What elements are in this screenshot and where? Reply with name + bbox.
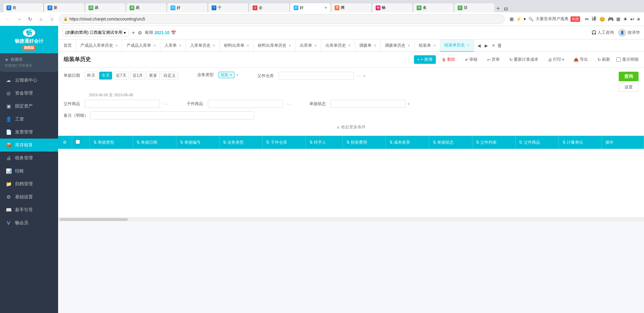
- tab-close-delivery-history[interactable]: ✕: [348, 44, 351, 47]
- back-button[interactable]: ←: [4, 15, 12, 23]
- horizontal-scrollbar[interactable]: [58, 217, 644, 222]
- grid-icon[interactable]: ⊞: [510, 16, 514, 22]
- add-company-button[interactable]: +: [132, 30, 135, 36]
- child-goods-input[interactable]: [208, 100, 283, 108]
- user-info[interactable]: 👤 徐泽华: [618, 29, 640, 37]
- tab-receipt[interactable]: 入库单 ✕: [160, 40, 186, 52]
- table-col-bill-type[interactable]: ⇅ 单据类型: [90, 136, 133, 149]
- refresh-button[interactable]: ↻ 刷新: [594, 55, 614, 64]
- browser-tab-4[interactable]: 好 好: [167, 3, 208, 12]
- browser-tab-8[interactable]: 腾 腾: [331, 3, 372, 12]
- parent-goods-input[interactable]: [85, 100, 160, 108]
- audit-button[interactable]: ✔ 审核: [461, 55, 481, 64]
- tab-material-out-history[interactable]: 材料出库单历史 ✕: [254, 40, 296, 52]
- tab-home[interactable]: 首页: [59, 40, 76, 52]
- undo-icon[interactable]: ↩: [630, 16, 634, 22]
- browser-tab-1[interactable]: 新 新: [44, 3, 85, 12]
- new-tab-button[interactable]: +: [496, 5, 500, 12]
- tab-close-delivery[interactable]: ✕: [314, 44, 317, 47]
- tab-close-assembly-history[interactable]: ✕: [467, 43, 470, 47]
- browser-search[interactable]: 🔍 大量安卓用户逃离 热搜: [528, 16, 580, 22]
- tab-close-all-button[interactable]: ✕: [491, 43, 496, 48]
- scissors-icon[interactable]: ✂: [585, 16, 589, 22]
- tab-close-finished-goods-in-history[interactable]: ✕: [115, 44, 118, 47]
- note-input[interactable]: [90, 111, 254, 119]
- browser-tab-2[interactable]: 易 易: [85, 3, 126, 12]
- set-button[interactable]: 设置: [619, 83, 639, 92]
- scroll-thumb[interactable]: [59, 218, 128, 221]
- parent-goods-more-icon[interactable]: ···: [163, 101, 167, 106]
- tab-assembly[interactable]: 组装单 ✕: [415, 40, 440, 52]
- table-gear-icon[interactable]: ⚙: [63, 140, 67, 145]
- yesterday-btn[interactable]: 昨天: [85, 72, 98, 80]
- tab-close-assembly[interactable]: ✕: [433, 44, 436, 47]
- tab-close-finished-goods-in[interactable]: ✕: [153, 44, 156, 47]
- select-all-checkbox[interactable]: [76, 140, 80, 144]
- sidebar-item-invoice[interactable]: 📄 发票管理: [0, 126, 58, 139]
- tab-delivery[interactable]: 出库单 ✕: [296, 40, 321, 52]
- home-button[interactable]: ⌂: [37, 15, 45, 23]
- lightning-icon[interactable]: ⚡: [516, 16, 522, 22]
- company-settings-icon[interactable]: ⚙: [138, 30, 142, 35]
- company-selector[interactable]: (勿删勿禁用) 江西服宝测试专用 ▾: [62, 29, 129, 37]
- service-label[interactable]: 🎧 人工咨询: [591, 30, 614, 35]
- parent-warehouse-dropdown-icon[interactable]: ▾: [363, 74, 365, 78]
- custom-date-btn[interactable]: 自定义: [161, 72, 178, 80]
- sidebar-favorites[interactable]: ★ 收藏夹 快捷键打开收藏夹: [0, 53, 58, 71]
- brightness-icon[interactable]: ☀: [623, 16, 628, 22]
- collapse-button[interactable]: ∧ 收起更多条件: [64, 123, 639, 131]
- table-col-business-type[interactable]: ⇅ 业务类型: [219, 136, 262, 149]
- recalc-button[interactable]: ↻ 重新计算成本: [506, 55, 542, 64]
- tab-finished-goods-in-history[interactable]: 产成品入库单历史 ✕: [76, 40, 122, 52]
- period-selector[interactable]: 账期 2021-10 📅: [145, 30, 176, 35]
- last1month-btn[interactable]: 近1月: [130, 72, 146, 80]
- table-col-unit[interactable]: ⇅ 计量单位: [559, 136, 602, 149]
- more-date-btn[interactable]: 更多: [147, 72, 160, 80]
- sidebar-item-inventory[interactable]: 📦 库存核算: [0, 139, 58, 152]
- delete-button[interactable]: 🗑 删除: [439, 55, 459, 64]
- tab-close-transfer[interactable]: ✕: [374, 44, 376, 47]
- child-goods-more-icon[interactable]: ···: [286, 101, 291, 106]
- browser-tab-close-7[interactable]: ✕: [324, 6, 327, 10]
- table-col-parent-list[interactable]: ⇅ 父件列表: [472, 136, 515, 149]
- sidebar-item-settings[interactable]: ⚙ 基础设置: [0, 190, 58, 203]
- tab-close-receipt[interactable]: ✕: [179, 44, 182, 47]
- query-button[interactable]: 查询: [619, 72, 639, 81]
- table-col-bill-status[interactable]: ⇅ 单据状态: [429, 136, 472, 149]
- emoji-icon[interactable]: 😊: [599, 16, 605, 22]
- tab-close-transfer-history[interactable]: ✕: [407, 44, 410, 47]
- show-detail-toggle[interactable]: 显示明细: [616, 57, 639, 62]
- forward-button[interactable]: →: [15, 15, 23, 23]
- table-col-operator[interactable]: ⇅ 经手人: [306, 136, 343, 149]
- tab-assembly-history[interactable]: 组装单历史 ✕: [440, 40, 474, 52]
- tab-close-receipt-history[interactable]: ✕: [213, 44, 215, 47]
- tab-next-arrow[interactable]: ▶: [483, 43, 489, 48]
- last7days-btn[interactable]: 近7天: [113, 72, 129, 80]
- tab-delivery-history[interactable]: 出库单历史 ✕: [321, 40, 355, 52]
- browser-tab-10[interactable]: 各 各: [413, 3, 454, 12]
- bill-status-input[interactable]: [331, 100, 406, 108]
- sidebar-item-tax[interactable]: 🖨 税务管理: [0, 152, 58, 165]
- translate-icon[interactable]: 译: [592, 16, 596, 22]
- bookmark-button[interactable]: ☆: [48, 15, 56, 23]
- abandon-audit-button[interactable]: ↩ 弃审: [484, 55, 503, 64]
- apps-icon[interactable]: ⊞: [616, 16, 620, 22]
- business-type-tag-remove[interactable]: ✕: [229, 73, 232, 77]
- sidebar-item-assets[interactable]: ▣ 固定资产: [0, 100, 58, 113]
- dropdown-icon[interactable]: ▾: [524, 17, 526, 22]
- browser-tab-0[interactable]: 在 在: [3, 3, 44, 12]
- export-button[interactable]: 📤 导出: [570, 55, 591, 64]
- tab-transfer-history[interactable]: 调拨单历史 ✕: [381, 40, 415, 52]
- table-col-parent-goods[interactable]: ⇅ 父件商品: [515, 136, 559, 149]
- reload-button[interactable]: ↻: [26, 15, 34, 23]
- sidebar-item-guide[interactable]: 📖 新手引导: [0, 203, 58, 216]
- tab-receipt-history[interactable]: 入库单历史 ✕: [186, 40, 220, 52]
- browser-tab-6[interactable]: 企 企: [249, 3, 290, 12]
- tab-more-icon[interactable]: ☰: [498, 43, 501, 48]
- table-settings-col[interactable]: ⚙: [58, 136, 72, 149]
- show-detail-checkbox-input[interactable]: [616, 57, 621, 62]
- sidebar-item-member[interactable]: V 畅会员: [0, 216, 58, 229]
- table-checkbox-col[interactable]: [72, 136, 90, 149]
- tab-finished-goods-in[interactable]: 产成品入库单 ✕: [122, 40, 160, 52]
- parent-warehouse-more-icon[interactable]: ···: [357, 73, 361, 79]
